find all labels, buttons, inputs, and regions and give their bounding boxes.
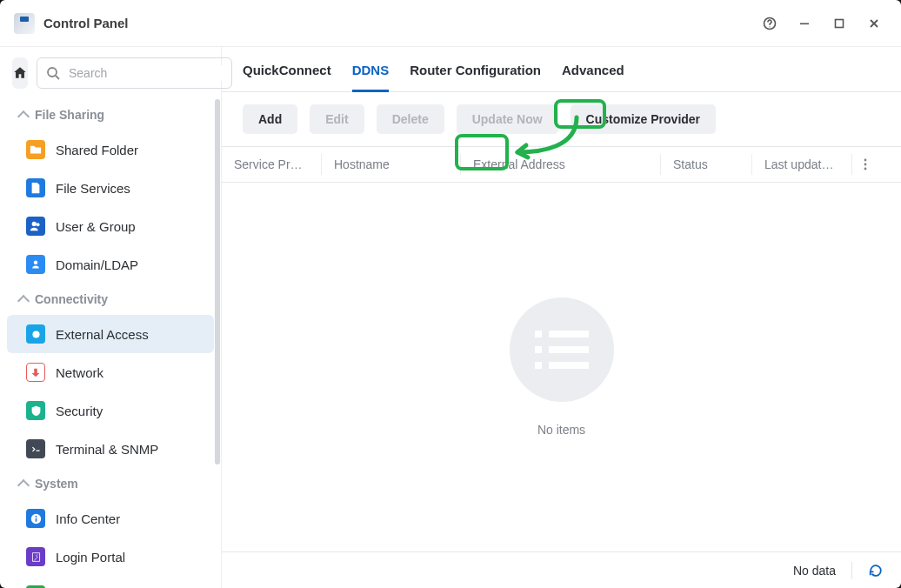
delete-button[interactable]: Delete <box>377 104 444 134</box>
sidebar-item-domain-ldap[interactable]: Domain/LDAP <box>7 245 214 284</box>
group-header-system[interactable]: System <box>0 468 221 499</box>
group-header-file-sharing[interactable]: File Sharing <box>0 99 221 130</box>
chevron-up-icon <box>17 295 30 307</box>
info-icon <box>26 509 45 528</box>
svg-rect-3 <box>836 19 844 27</box>
footer-text: No data <box>793 564 836 578</box>
group-label: Connectivity <box>35 292 108 306</box>
tab-quickconnect[interactable]: QuickConnect <box>243 63 331 91</box>
svg-point-8 <box>32 331 39 337</box>
toolbar: Add Edit Delete Update Now Customize Pro… <box>222 92 901 146</box>
scrollbar[interactable] <box>215 99 220 464</box>
svg-point-7 <box>34 261 38 265</box>
svg-point-1 <box>769 26 770 27</box>
svg-rect-11 <box>35 518 37 521</box>
svg-rect-2 <box>800 23 809 24</box>
tab-advanced[interactable]: Advanced <box>562 63 624 91</box>
sidebar-item-label: Network <box>56 365 103 380</box>
help-icon[interactable] <box>757 10 783 37</box>
sidebar-item-network[interactable]: Network <box>7 353 214 391</box>
svg-point-5 <box>32 222 37 226</box>
file-icon <box>26 178 45 197</box>
sidebar-item-label: Terminal & SNMP <box>56 442 158 457</box>
app-icon <box>14 13 35 34</box>
sidebar-item-regional-options[interactable]: Regional Options <box>7 576 214 588</box>
table-header: Service Prov…HostnameExternal AddressSta… <box>222 146 901 183</box>
search-input[interactable] <box>67 65 223 81</box>
svg-rect-9 <box>30 444 42 453</box>
tab-ddns[interactable]: DDNS <box>352 63 390 92</box>
svg-point-16 <box>864 168 867 170</box>
sidebar-item-terminal-snmp[interactable]: Terminal & SNMP <box>7 430 214 468</box>
sidebar-item-shared-folder[interactable]: Shared Folder <box>7 130 214 169</box>
group-label: System <box>35 477 78 491</box>
svg-point-6 <box>37 223 40 226</box>
add-button[interactable]: Add <box>243 104 297 134</box>
group-label: File Sharing <box>35 108 104 122</box>
sidebar-item-label: User & Group <box>56 219 136 234</box>
sidebar-item-label: Domain/LDAP <box>56 257 138 272</box>
empty-icon <box>510 297 614 402</box>
column-header[interactable]: Status <box>661 154 752 175</box>
minimize-icon[interactable] <box>791 10 818 37</box>
search-field[interactable] <box>37 57 232 89</box>
sidebar-item-info-center[interactable]: Info Center <box>7 499 214 538</box>
chevron-up-icon <box>17 479 30 491</box>
sidebar-item-label: Security <box>56 404 103 418</box>
svg-point-14 <box>864 159 867 162</box>
ldap-icon <box>26 255 45 274</box>
maximize-icon[interactable] <box>826 10 852 37</box>
refresh-icon[interactable] <box>868 563 884 578</box>
empty-text: No items <box>537 423 585 437</box>
customize-provider-button[interactable]: Customize Provider <box>571 104 716 134</box>
tab-bar: QuickConnectDDNSRouter ConfigurationAdva… <box>222 47 901 92</box>
column-header[interactable]: Hostname <box>322 154 461 175</box>
window-title: Control Panel <box>43 16 129 30</box>
folder-icon <box>26 140 45 159</box>
group-header-connectivity[interactable]: Connectivity <box>0 284 221 315</box>
edit-button[interactable]: Edit <box>310 104 364 134</box>
column-header[interactable]: Service Prov… <box>222 154 322 175</box>
tab-router-configuration[interactable]: Router Configuration <box>410 63 541 91</box>
empty-state: No items <box>222 183 901 551</box>
sidebar-item-label: Shared Folder <box>56 143 138 157</box>
link-icon <box>26 324 45 344</box>
column-header[interactable]: Last update … <box>752 154 852 175</box>
sidebar-scroll[interactable]: File SharingShared FolderFile ServicesUs… <box>0 99 221 588</box>
columns-menu-icon[interactable] <box>852 154 878 175</box>
footer: No data <box>222 551 901 588</box>
sidebar-item-security[interactable]: Security <box>7 391 214 430</box>
sidebar: File SharingShared FolderFile ServicesUs… <box>0 47 222 588</box>
portal-icon <box>26 547 45 566</box>
sidebar-item-label: Login Portal <box>56 550 125 565</box>
sidebar-item-label: Info Center <box>56 511 120 526</box>
sidebar-item-user-group[interactable]: User & Group <box>7 207 214 245</box>
sidebar-item-login-portal[interactable]: Login Portal <box>7 538 214 576</box>
update-now-button[interactable]: Update Now <box>457 104 558 134</box>
sidebar-item-file-services[interactable]: File Services <box>7 169 214 207</box>
column-header[interactable]: External Address <box>461 154 661 175</box>
sidebar-item-label: External Access <box>56 327 149 342</box>
home-button[interactable] <box>12 57 28 89</box>
chevron-up-icon <box>17 110 30 123</box>
sidebar-item-label: File Services <box>56 181 130 196</box>
close-icon[interactable] <box>861 10 887 37</box>
titlebar: Control Panel <box>0 0 901 47</box>
svg-point-12 <box>35 515 37 517</box>
svg-point-15 <box>864 164 867 166</box>
terminal-icon <box>26 439 45 458</box>
users-icon <box>26 217 45 236</box>
search-icon <box>46 66 60 80</box>
shield-icon <box>26 401 45 420</box>
sidebar-item-external-access[interactable]: External Access <box>7 315 214 353</box>
net-icon <box>26 363 45 382</box>
